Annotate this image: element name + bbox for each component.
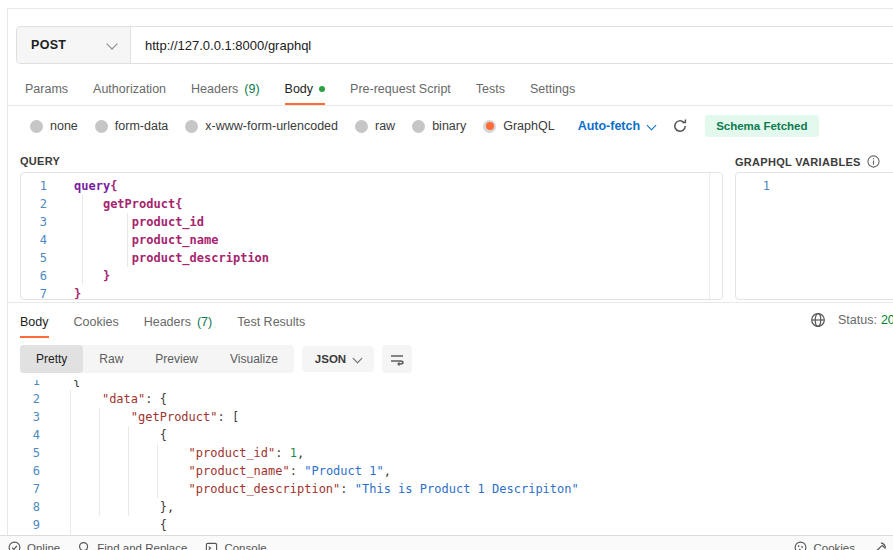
check-circle-icon: [8, 541, 21, 550]
status-label: Status:: [838, 313, 877, 327]
format-label: JSON: [315, 353, 346, 365]
tab-response-cookies[interactable]: Cookies: [74, 308, 119, 338]
radio-icon: [412, 120, 425, 133]
tab-label: Headers: [144, 315, 191, 329]
line-number: 4: [21, 231, 47, 249]
line-number: 4: [0, 426, 40, 444]
method-label: POST: [31, 38, 66, 52]
find-and-replace[interactable]: Find and Replace: [78, 541, 187, 550]
view-visualize[interactable]: Visualize: [214, 345, 294, 373]
tab-label: Tests: [476, 82, 505, 96]
line-number: 1: [21, 177, 47, 195]
body-type-form-data[interactable]: form-data: [95, 119, 169, 133]
line-number: 6: [21, 267, 47, 285]
view-raw[interactable]: Raw: [83, 345, 139, 373]
radio-selected-icon: [483, 120, 496, 133]
capture-requests-button[interactable]: [873, 541, 887, 550]
query-editor[interactable]: 1query{2 getProduct{3 product_id4 produc…: [20, 172, 723, 300]
cookies-label: Cookies: [813, 542, 855, 550]
chevron-down-icon: [647, 120, 657, 130]
graphql-variables-editor[interactable]: 1: [735, 172, 893, 300]
request-tabs: Params Authorization Headers(9) Body Pre…: [25, 74, 575, 105]
response-status-group: Status: 200: [810, 312, 893, 328]
line-number: 2: [0, 390, 40, 408]
tab-label: Body: [20, 315, 49, 329]
find-label: Find and Replace: [97, 542, 187, 550]
code-line: 5 "product_id": 1,: [0, 444, 893, 462]
online-status[interactable]: Online: [8, 541, 60, 550]
body-modified-dot-icon: [319, 86, 325, 92]
code-line: 9 {: [0, 516, 893, 534]
status-value: 200: [881, 313, 893, 327]
method-select[interactable]: POST: [17, 27, 131, 63]
indent-guide: [128, 426, 129, 516]
query-section-label: QUERY: [20, 155, 60, 167]
body-type-binary[interactable]: binary: [412, 119, 466, 133]
body-type-label: raw: [375, 119, 395, 133]
code-line: 7}: [21, 285, 722, 300]
response-code: 1{2 "data": {3 "getProduct": [4 {5 "prod…: [0, 380, 893, 534]
body-type-raw[interactable]: raw: [355, 119, 395, 133]
wrap-text-button[interactable]: [382, 345, 412, 373]
body-type-label: GraphQL: [503, 119, 554, 133]
graphql-variables-label: GRAPHQL VARIABLES: [735, 155, 880, 168]
line-number: 2: [21, 195, 47, 213]
line-number: 9: [0, 516, 40, 534]
top-divider: [7, 8, 893, 9]
statusbar-left: Online Find and Replace Console: [8, 541, 267, 550]
code-line: 8 },: [0, 498, 893, 516]
tab-label: Params: [25, 82, 68, 96]
tab-pre-request-script[interactable]: Pre-request Script: [350, 74, 451, 105]
chevron-down-icon: [106, 38, 117, 49]
code-line: 2 getProduct{: [21, 195, 722, 213]
body-type-label: x-www-form-urlencoded: [205, 119, 338, 133]
code-line: 6 "product_name": "Product 1",: [0, 462, 893, 480]
url-input[interactable]: http://127.0.0.1:8000/graphql: [131, 27, 893, 63]
cookies-button[interactable]: Cookies: [794, 541, 855, 550]
tab-response-body[interactable]: Body: [20, 308, 49, 338]
line-number: 3: [21, 213, 47, 231]
console-toggle[interactable]: Console: [205, 541, 266, 550]
request-response-divider: [8, 302, 893, 303]
radio-icon: [185, 120, 198, 133]
body-type-x-www-form-urlencoded[interactable]: x-www-form-urlencoded: [185, 119, 338, 133]
code-line: 7 "product_description": "This is Produc…: [0, 480, 893, 498]
code-line: 3 product_id: [21, 213, 722, 231]
statusbar-right: Cookies: [794, 541, 887, 550]
tab-response-headers[interactable]: Headers(7): [144, 308, 213, 338]
view-preview[interactable]: Preview: [139, 345, 214, 373]
tab-test-results[interactable]: Test Results: [237, 308, 305, 338]
autofetch-dropdown[interactable]: Auto-fetch: [578, 119, 656, 133]
line-number: 5: [0, 444, 40, 462]
headers-count: (7): [197, 315, 212, 329]
autofetch-label: Auto-fetch: [578, 119, 641, 133]
body-type-graphql[interactable]: GraphQL: [483, 119, 554, 133]
chevron-down-icon: [353, 353, 363, 363]
wrap-text-icon: [389, 351, 405, 367]
console-icon: [205, 541, 218, 550]
refresh-schema-button[interactable]: [672, 118, 688, 134]
tab-tests[interactable]: Tests: [476, 74, 505, 105]
footer-statusbar: Online Find and Replace Console Cookies: [0, 535, 893, 550]
tab-body[interactable]: Body: [285, 74, 326, 105]
tab-settings[interactable]: Settings: [530, 74, 575, 105]
response-view-bar: Pretty Raw Preview Visualize JSON: [20, 345, 412, 373]
code-line: 4 product_name: [21, 231, 722, 249]
body-type-none[interactable]: none: [30, 119, 78, 133]
tab-params[interactable]: Params: [25, 74, 68, 105]
tab-headers[interactable]: Headers(9): [191, 74, 260, 105]
response-body-viewport[interactable]: 1{2 "data": {3 "getProduct": [4 {5 "prod…: [0, 380, 893, 535]
globe-icon: [810, 312, 826, 328]
tab-authorization[interactable]: Authorization: [93, 74, 166, 105]
line-number: 3: [0, 408, 40, 426]
format-select[interactable]: JSON: [302, 346, 374, 372]
tab-label: Headers: [191, 82, 238, 96]
code-line: 2 "data": {: [0, 390, 893, 408]
info-icon: [867, 155, 880, 168]
indent-guide: [70, 390, 71, 535]
view-pretty[interactable]: Pretty: [20, 345, 83, 373]
tab-label: Pre-request Script: [350, 82, 451, 96]
cookie-icon: [794, 541, 807, 550]
body-type-label: none: [50, 119, 78, 133]
capture-requests-icon: [873, 541, 887, 550]
